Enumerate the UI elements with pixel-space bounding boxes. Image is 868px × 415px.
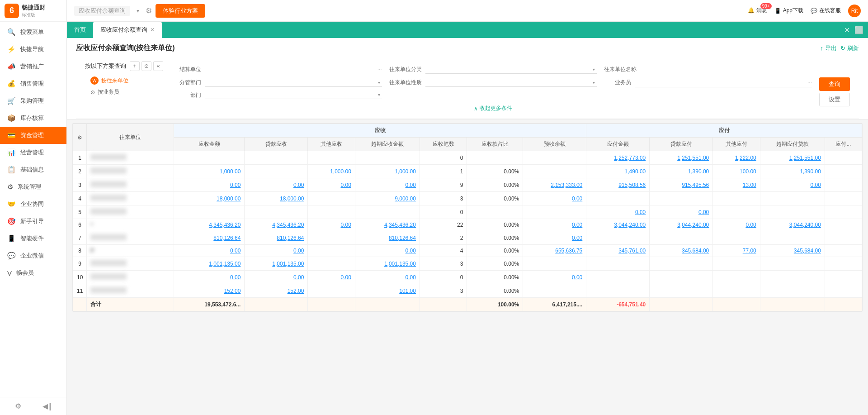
topbar-gear-icon[interactable]: ⚙ bbox=[146, 6, 152, 15]
dept-select[interactable]: ▾ bbox=[205, 79, 382, 87]
col-loan-receivable: 贷款应收 bbox=[245, 138, 308, 151]
col-payable-amt: 应付金额 bbox=[586, 138, 650, 151]
sidebar-item-快捷导航[interactable]: ⚡快捷导航 bbox=[0, 41, 66, 58]
footer-ratio: 100.00% bbox=[467, 298, 523, 311]
sidebar-item-新手引导[interactable]: 🎯新手引导 bbox=[0, 213, 66, 230]
sub-dept-chevron: ▾ bbox=[378, 92, 380, 97]
filter-partner-type: 往来单位性质 ▾ bbox=[389, 78, 597, 87]
table-row: 30.000.000.000.0090.00%2,153,333.00915,5… bbox=[73, 178, 862, 192]
query-label: 按以下方案查询 bbox=[85, 62, 126, 70]
sub-dept-select[interactable]: ▾ bbox=[205, 91, 382, 99]
filter-dept: 分管部门 ▾ bbox=[174, 78, 382, 87]
scheme-salesperson-icon: ⊙ bbox=[90, 89, 95, 95]
collapse-scheme-btn[interactable]: « bbox=[153, 61, 163, 71]
settlement-unit-input[interactable] bbox=[205, 65, 376, 74]
scheme-selector: 按以下方案查询 + ⊙ « W 按往来单位 ⊙ bbox=[85, 61, 174, 98]
page-content: 应收应付余额查询(按往来单位) ↑ 导出 ↻ 刷新 bbox=[67, 38, 868, 415]
export-btn[interactable]: ↑ 导出 bbox=[821, 44, 837, 52]
notification-btn[interactable]: 🔔 消息 99+ bbox=[748, 7, 767, 14]
add-scheme-btn[interactable]: + bbox=[130, 61, 140, 71]
sidebar-item-企业协同[interactable]: 🤝企业协同 bbox=[0, 196, 66, 213]
sidebar-item-销售管理[interactable]: 💰销售管理 bbox=[0, 75, 66, 92]
breadcrumb: 应收应付余额查询 bbox=[74, 6, 130, 16]
footer-payable-amt: -654,751.40 bbox=[586, 298, 650, 311]
table-row: 11152.00152.00101.0030.00% bbox=[73, 284, 862, 298]
tab-close-icon[interactable]: ✕ bbox=[150, 27, 155, 33]
tab-maximize-icon[interactable]: ⬜ bbox=[854, 26, 863, 34]
table-row: 101,252,773.001,251,551.001,222.001,251,… bbox=[73, 151, 862, 165]
logo-area: 6 畅捷通财 标准版 bbox=[0, 0, 66, 22]
sidebar-bottom: ⚙ ◀‖ bbox=[0, 397, 66, 415]
sidebar-item-采购管理[interactable]: 🛒采购管理 bbox=[0, 92, 66, 110]
edit-scheme-btn[interactable]: ⊙ bbox=[142, 61, 151, 71]
col-overdue-payable: 超期应付贷款 bbox=[760, 138, 825, 151]
partner-type-select[interactable]: ▾ bbox=[425, 79, 597, 87]
table-row: 7810,126.64810,126.64810,126.6420.00%0.0… bbox=[73, 231, 862, 245]
tab-home[interactable]: 首页 bbox=[67, 22, 93, 38]
salesperson-input[interactable] bbox=[635, 78, 806, 87]
user-avatar[interactable]: Rit bbox=[848, 5, 861, 17]
sidebar-item-经营管理[interactable]: 📊经营管理 bbox=[0, 144, 66, 161]
sidebar-item-库存核算[interactable]: 📦库存核算 bbox=[0, 110, 66, 127]
table-row: 8P0.000.000.0040.00%655,636.75345,761.00… bbox=[73, 245, 862, 257]
footer-receivable-amt: 19,553,472.6... bbox=[174, 298, 245, 311]
filter-partner-category: 往来单位分类 ▾ bbox=[389, 65, 597, 74]
export-icon: ↑ bbox=[821, 45, 824, 52]
table-settings-header[interactable]: ⚙ bbox=[73, 124, 87, 151]
table-footer-row: 合计 19,553,472.6... 100.00% 6,417,215....… bbox=[73, 298, 862, 311]
table-scroll[interactable]: ⚙ 往来单位 应收 应付 应收金额 贷款应收 其他应收 超期应收金额 应收笔数 … bbox=[73, 124, 862, 311]
tab-receivable-query[interactable]: 应收应付余额查询 ✕ bbox=[93, 22, 162, 38]
table-row: 500.000.00 bbox=[73, 205, 862, 219]
partner-category-select[interactable]: ▾ bbox=[425, 66, 597, 74]
online-service-btn[interactable]: 💬 在线客服 bbox=[811, 7, 841, 14]
col-receivable-amt: 应收金额 bbox=[174, 138, 245, 151]
scheme-by-salesperson[interactable]: ⊙ 按业务员 bbox=[85, 86, 167, 98]
col-other-receivable: 其他应收 bbox=[308, 138, 355, 151]
logo-text: 畅捷通财 bbox=[22, 4, 45, 12]
sidebar-item-基础信息[interactable]: 📋基础信息 bbox=[0, 161, 66, 178]
query-buttons: 查询 设置 bbox=[819, 61, 850, 106]
experience-btn[interactable]: 体验行业方案 bbox=[156, 4, 205, 18]
sidebar-item-企业微信[interactable]: 💬企业微信 bbox=[0, 247, 66, 264]
collapse-btn[interactable]: ∧ 收起更多条件 bbox=[174, 103, 812, 114]
partner-category-chevron: ▾ bbox=[593, 67, 595, 72]
partner-name-input[interactable] bbox=[640, 65, 812, 74]
bell-icon: 🔔 bbox=[748, 7, 755, 14]
table-receivable-header: 应收 bbox=[174, 124, 586, 138]
logo-icon: 6 bbox=[5, 4, 19, 18]
logo-sub: 标准版 bbox=[22, 12, 45, 18]
partner-type-chevron: ▾ bbox=[593, 80, 595, 85]
salesperson-dots[interactable]: ··· bbox=[807, 79, 812, 86]
table-row: 100.000.000.000.0000.00%0.00 bbox=[73, 271, 862, 284]
table-payable-header: 应付 bbox=[586, 124, 862, 138]
breadcrumb-chevron: ▾ bbox=[137, 8, 139, 14]
sidebar-item-智能硬件[interactable]: 📱智能硬件 bbox=[0, 230, 66, 247]
col-overdue-receivable: 超期应收金额 bbox=[355, 138, 420, 151]
sidebar-menu: 🔍搜索菜单⚡快捷导航📣营销推广💰销售管理🛒采购管理📦库存核算💳资金管理📊经营管理… bbox=[0, 22, 66, 397]
sidebar-item-营销推广[interactable]: 📣营销推广 bbox=[0, 58, 66, 75]
col-payable-extra: 应付... bbox=[825, 138, 862, 151]
table-row: 6^4,345,436.204,345,436.200.004,345,436.… bbox=[73, 219, 862, 231]
scheme-by-partner[interactable]: W 按往来单位 bbox=[85, 75, 167, 86]
sidebar-item-系统管理[interactable]: ⚙系统管理 bbox=[0, 178, 66, 196]
col-pre-receive: 预收余额 bbox=[523, 138, 586, 151]
table-row: 418,000.0018,000.009,000.0030.00%0.00 bbox=[73, 192, 862, 205]
sidebar-item-资金管理[interactable]: 💳资金管理 bbox=[0, 127, 66, 144]
settings-icon[interactable]: ⚙ bbox=[15, 402, 21, 410]
collapse-icon: ∧ bbox=[474, 105, 478, 112]
settlement-unit-dots[interactable]: ··· bbox=[377, 66, 382, 72]
refresh-btn[interactable]: ↻ 刷新 bbox=[840, 44, 859, 52]
sidebar-item-畅会员[interactable]: V畅会员 bbox=[0, 264, 66, 281]
topbar: 应收应付余额查询 ▾ ⚙ 体验行业方案 🔔 消息 99+ 📱 App下载 💬 在… bbox=[67, 0, 868, 22]
collapse-icon[interactable]: ◀‖ bbox=[42, 402, 52, 410]
footer-pre-receive: 6,417,215.... bbox=[523, 298, 586, 311]
query-btn[interactable]: 查询 bbox=[819, 77, 850, 91]
filter-salesperson: 业务员 ··· bbox=[604, 78, 812, 87]
filter-grid: 结算单位 ··· 往来单位分类 ▾ bbox=[174, 61, 812, 103]
col-other-payable: 其他应付 bbox=[713, 138, 760, 151]
settings-btn[interactable]: 设置 bbox=[819, 93, 850, 106]
sidebar-item-搜索菜单[interactable]: 🔍搜索菜单 bbox=[0, 24, 66, 41]
tab-close-window-icon[interactable]: ✕ bbox=[844, 26, 850, 34]
filter-partner-name: 往来单位名称 bbox=[604, 65, 812, 74]
app-download-btn[interactable]: 📱 App下载 bbox=[774, 7, 803, 14]
